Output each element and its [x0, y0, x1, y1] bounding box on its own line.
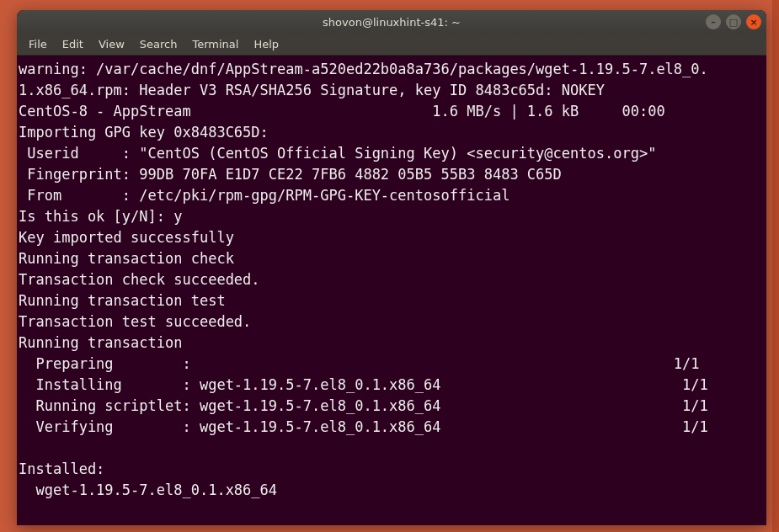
minimize-button[interactable]: – [706, 14, 721, 29]
terminal-line: Is this ok [y/N]: y [19, 208, 182, 225]
menu-search[interactable]: Search [133, 35, 184, 53]
terminal-line: Importing GPG key 0x8483C65D: [19, 124, 269, 141]
window-controls: – □ × [706, 14, 761, 29]
menu-file[interactable]: File [22, 35, 54, 53]
close-icon: × [750, 17, 757, 28]
maximize-icon: □ [729, 17, 738, 28]
terminal-line: warning: /var/cache/dnf/AppStream-a520ed… [19, 61, 708, 77]
terminal-line: Key imported successfully [19, 229, 234, 246]
titlebar[interactable]: shovon@linuxhint-s41: ~ – □ × [17, 10, 766, 34]
maximize-button[interactable]: □ [726, 14, 741, 29]
menu-view[interactable]: View [92, 35, 131, 53]
terminal-window: shovon@linuxhint-s41: ~ – □ × File Edit … [17, 10, 766, 525]
menubar: File Edit View Search Terminal Help [17, 34, 766, 56]
terminal-line: Installing : wget-1.19.5-7.el8_0.1.x86_6… [19, 376, 708, 393]
window-title: shovon@linuxhint-s41: ~ [323, 16, 461, 29]
terminal-line: Complete! [19, 524, 96, 525]
terminal-line: Installed: [19, 460, 104, 477]
terminal-line: Verifying : wget-1.19.5-7.el8_0.1.x86_64… [19, 418, 708, 435]
desktop-edge [772, 0, 779, 532]
terminal-line: Running scriptlet: wget-1.19.5-7.el8_0.1… [19, 397, 708, 414]
terminal-line: Running transaction check [19, 250, 234, 267]
terminal-line: From : /etc/pki/rpm-gpg/RPM-GPG-KEY-cent… [19, 187, 510, 204]
terminal-line: Transaction test succeeded. [19, 313, 251, 330]
terminal-line: Transaction check succeeded. [19, 271, 260, 288]
terminal-output[interactable]: warning: /var/cache/dnf/AppStream-a520ed… [17, 56, 766, 525]
menu-terminal[interactable]: Terminal [185, 35, 245, 53]
close-button[interactable]: × [746, 14, 761, 29]
terminal-line: CentOS-8 - AppStream 1.6 MB/s | 1.6 kB 0… [19, 103, 665, 120]
terminal-line: 1.x86_64.rpm: Header V3 RSA/SHA256 Signa… [19, 82, 605, 98]
terminal-line: wget-1.19.5-7.el8_0.1.x86_64 [19, 481, 277, 498]
terminal-line: Running transaction [19, 334, 182, 351]
terminal-line: Preparing : 1/1 [19, 355, 700, 372]
minimize-icon: – [711, 17, 716, 28]
terminal-line: Running transaction test [19, 292, 226, 309]
menu-help[interactable]: Help [247, 35, 285, 53]
menu-edit[interactable]: Edit [56, 35, 90, 53]
terminal-line: Fingerprint: 99DB 70FA E1D7 CE22 7FB6 48… [19, 166, 562, 183]
terminal-line: Userid : "CentOS (CentOS Official Signin… [19, 145, 656, 162]
